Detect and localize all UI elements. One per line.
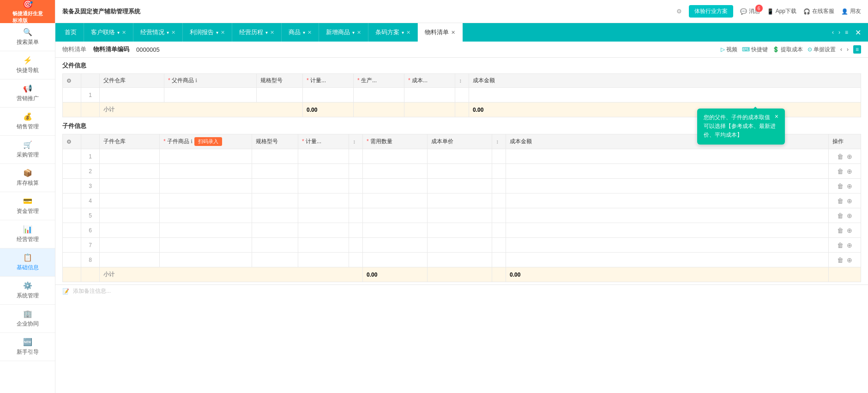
parent-quantity-cell[interactable]: [303, 88, 354, 103]
child-spec-cell[interactable]: [252, 193, 298, 208]
child-quantity-cell[interactable]: [298, 253, 349, 267]
child-quantity-cell[interactable]: [298, 208, 349, 223]
tab-close-icon[interactable]: ✕: [307, 30, 312, 36]
child-warehouse-cell[interactable]: [100, 253, 160, 267]
child-spec-cell[interactable]: [252, 208, 298, 223]
scan-button[interactable]: 扫码录入: [194, 137, 222, 146]
child-warehouse-cell[interactable]: [100, 223, 160, 238]
copy-icon[interactable]: ⊕: [847, 227, 852, 234]
shortcut-button[interactable]: ⌨ 快捷键: [742, 46, 768, 54]
child-product-info-icon[interactable]: ℹ: [191, 139, 193, 144]
child-needed-qty-cell[interactable]: [363, 149, 428, 164]
tab-operation-history[interactable]: 经营历程 ▾ ✕: [232, 23, 282, 42]
copy-icon[interactable]: ⊕: [847, 197, 852, 205]
parent-produce-cell[interactable]: [354, 88, 404, 103]
copy-icon[interactable]: ⊕: [847, 153, 852, 160]
tab-close-icon[interactable]: ✕: [451, 30, 455, 36]
tab-close-icon[interactable]: ✕: [406, 30, 410, 36]
copy-icon[interactable]: ⊕: [847, 242, 852, 249]
child-spec-cell[interactable]: [252, 164, 298, 179]
child-spec-cell[interactable]: [252, 179, 298, 193]
settings-gear-icon[interactable]: ⚙: [66, 78, 72, 84]
tab-menu-icon[interactable]: ≡: [843, 28, 850, 36]
child-needed-qty-cell[interactable]: [363, 208, 428, 223]
sidebar-item-system[interactable]: ⚙️ 系统管理: [0, 277, 55, 305]
sidebar-item-operation[interactable]: 📊 经营管理: [0, 220, 55, 248]
copy-icon[interactable]: ⊕: [847, 168, 852, 175]
child-spec-cell[interactable]: [252, 253, 298, 267]
child-settings-gear-icon[interactable]: ⚙: [66, 139, 72, 145]
tab-bom[interactable]: 物料清单 ✕: [418, 23, 463, 42]
child-product-cell[interactable]: [160, 238, 252, 253]
tab-barcode[interactable]: 条码方案 ▾ ✕: [368, 23, 418, 42]
single-setting-button[interactable]: ⊙ 单据设置: [808, 46, 836, 54]
parent-product-cell[interactable]: [164, 88, 257, 103]
online-service-button[interactable]: 🎧 在线客服: [803, 7, 834, 15]
parent-spec-cell[interactable]: [257, 88, 303, 103]
tab-close-icon[interactable]: ✕: [171, 30, 175, 36]
child-quantity-cell[interactable]: [298, 223, 349, 238]
video-button[interactable]: ▷ 视频: [721, 46, 737, 54]
child-product-cell[interactable]: [160, 149, 252, 164]
sidebar-item-finance[interactable]: 💳 资金管理: [0, 192, 55, 220]
message-button[interactable]: 💬 消息 6: [740, 7, 760, 15]
tab-prev-icon[interactable]: ‹: [830, 28, 836, 36]
child-quantity-cell[interactable]: [298, 179, 349, 193]
delete-icon[interactable]: 🗑: [837, 227, 844, 234]
delete-icon[interactable]: 🗑: [837, 256, 844, 264]
cost-button[interactable]: 💲 提取成本: [772, 46, 803, 54]
child-amount-cell[interactable]: [506, 179, 829, 193]
child-quantity-cell[interactable]: [298, 238, 349, 253]
child-unit-cost-cell[interactable]: [428, 253, 492, 267]
sidebar-item-search[interactable]: 🔍 搜索菜单: [0, 23, 55, 51]
sidebar-item-purchase[interactable]: 🛒 采购管理: [0, 136, 55, 164]
tab-profit-report[interactable]: 利润报告 ▾ ✕: [183, 23, 232, 42]
sidebar-item-inventory[interactable]: 📦 库存核算: [0, 164, 55, 192]
child-spec-cell[interactable]: [252, 149, 298, 164]
child-unit-cost-cell[interactable]: [428, 179, 492, 193]
child-amount-cell[interactable]: [506, 238, 829, 253]
toolbar-arrow-right[interactable]: ›: [847, 46, 849, 53]
child-product-cell[interactable]: [160, 179, 252, 193]
sidebar-item-enterprise[interactable]: 🏢 企业协同: [0, 305, 55, 333]
note-placeholder[interactable]: 添加备注信息...: [73, 287, 111, 295]
child-warehouse-cell[interactable]: [100, 179, 160, 193]
delete-icon[interactable]: 🗑: [837, 242, 844, 249]
settings-icon[interactable]: ⚙: [676, 8, 682, 15]
child-needed-qty-cell[interactable]: [363, 164, 428, 179]
child-product-cell[interactable]: [160, 253, 252, 267]
child-amount-cell[interactable]: [506, 253, 829, 267]
parent-warehouse-cell[interactable]: [100, 88, 164, 103]
child-unit-cost-cell[interactable]: [428, 149, 492, 164]
child-warehouse-cell[interactable]: [100, 208, 160, 223]
child-needed-qty-cell[interactable]: [363, 238, 428, 253]
app-download-button[interactable]: 📱 App下载: [767, 7, 796, 15]
child-amount-cell[interactable]: [506, 149, 829, 164]
tab-close-icon[interactable]: ✕: [221, 30, 225, 36]
copy-icon[interactable]: ⊕: [847, 256, 852, 264]
sidebar-item-basic-info[interactable]: 📋 基础信息: [0, 248, 55, 277]
child-quantity-cell[interactable]: [298, 149, 349, 164]
breadcrumb-bom[interactable]: 物料清单: [62, 45, 86, 54]
child-warehouse-cell[interactable]: [100, 164, 160, 179]
trial-button[interactable]: 体验行业方案: [689, 5, 733, 18]
parent-amount-cell[interactable]: [469, 88, 861, 103]
child-warehouse-cell[interactable]: [100, 149, 160, 164]
child-unit-cost-cell[interactable]: [428, 193, 492, 208]
tab-product[interactable]: 商品 ▾ ✕: [282, 23, 319, 42]
toolbar-grid-icon[interactable]: ≡: [853, 45, 861, 54]
child-unit-cost-cell[interactable]: [428, 164, 492, 179]
toolbar-arrow-left[interactable]: ‹: [840, 46, 842, 53]
tooltip-close-button[interactable]: ×: [775, 113, 778, 120]
copy-icon[interactable]: ⊕: [847, 182, 852, 190]
tab-close-icon[interactable]: ✕: [270, 30, 274, 36]
sidebar-item-guide[interactable]: 🆕 新手引导: [0, 333, 55, 361]
parent-cost-cell[interactable]: [404, 88, 455, 103]
child-product-cell[interactable]: [160, 193, 252, 208]
product-info-icon[interactable]: ℹ: [195, 78, 197, 83]
child-warehouse-cell[interactable]: [100, 238, 160, 253]
child-spec-cell[interactable]: [252, 238, 298, 253]
child-needed-qty-cell[interactable]: [363, 223, 428, 238]
sidebar-item-sales[interactable]: 💰 销售管理: [0, 108, 55, 136]
tab-close-icon[interactable]: ✕: [357, 30, 361, 36]
